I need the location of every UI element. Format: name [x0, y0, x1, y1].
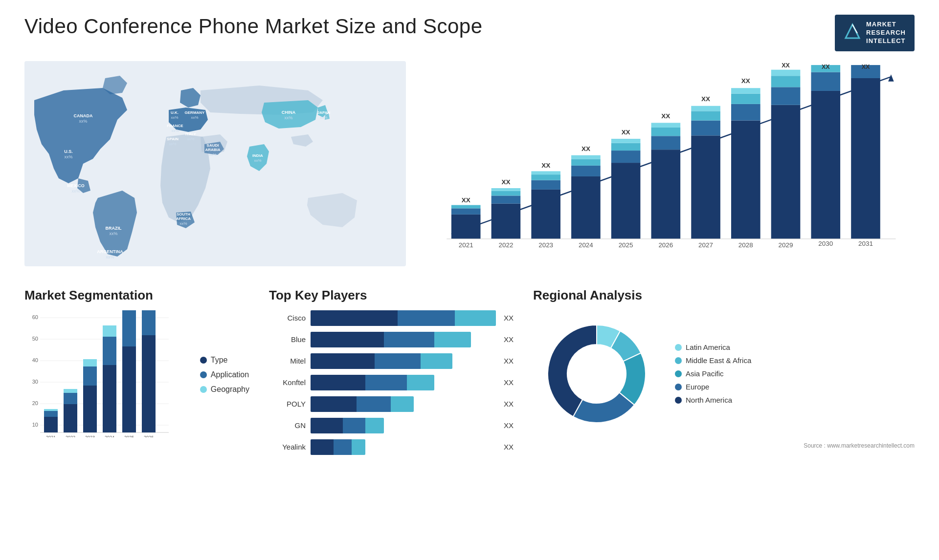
svg-text:2021: 2021 — [46, 435, 56, 437]
map-section: CANADA xx% U.S. xx% MEXICO xx% BRAZIL xx… — [24, 61, 406, 268]
player-bar-container — [311, 375, 496, 390]
legend-label-type: Type — [211, 356, 228, 365]
players-title: Top Key Players — [269, 288, 514, 303]
svg-rect-75 — [691, 106, 720, 111]
legend-item-type: Type — [200, 356, 249, 365]
player-bar-seg3 — [421, 353, 453, 369]
chart-section: XX 2021 XX 2022 XX 2023 — [425, 61, 915, 268]
segmentation-title: Market Segmentation — [24, 288, 249, 303]
svg-rect-60 — [611, 163, 641, 239]
svg-text:2029: 2029 — [779, 241, 793, 249]
svg-text:2024: 2024 — [105, 435, 114, 437]
svg-text:ARGENTINA: ARGENTINA — [97, 249, 123, 254]
player-name: Yealink — [269, 443, 306, 451]
svg-text:40: 40 — [32, 357, 38, 363]
donut-container: Latin America Middle East & Africa Asia … — [533, 310, 915, 437]
player-row: Yealink XX — [269, 439, 514, 455]
svg-text:xx%: xx% — [187, 137, 194, 141]
player-value: XX — [504, 378, 514, 387]
player-row: GN XX — [269, 418, 514, 433]
svg-rect-86 — [771, 76, 801, 87]
player-bar — [311, 375, 434, 390]
player-row: Cisco XX — [269, 310, 514, 326]
svg-rect-54 — [571, 176, 601, 239]
svg-text:AFRICA: AFRICA — [176, 216, 191, 221]
player-bar-seg1 — [311, 375, 365, 390]
seg-chart-svg: 60 50 40 30 20 10 — [24, 310, 171, 437]
svg-rect-44 — [492, 191, 521, 195]
logo-icon — [844, 22, 861, 43]
svg-rect-117 — [64, 404, 77, 432]
svg-rect-43 — [492, 195, 521, 203]
svg-text:FRANCE: FRANCE — [167, 124, 183, 128]
regional-legend-label: North America — [686, 396, 732, 404]
player-bar — [311, 310, 496, 326]
svg-text:SOUTH: SOUTH — [177, 212, 190, 216]
svg-text:JAPAN: JAPAN — [317, 110, 331, 115]
svg-text:XX: XX — [741, 77, 750, 84]
player-name: Blue — [269, 335, 306, 344]
svg-rect-115 — [44, 409, 58, 411]
svg-rect-78 — [731, 120, 760, 238]
regional-legend-dot — [675, 357, 682, 364]
legend-label-application: Application — [211, 370, 249, 379]
player-bar — [311, 418, 384, 433]
player-value: XX — [504, 443, 514, 451]
svg-text:2031: 2031 — [858, 240, 873, 247]
regional-legend-label: Middle East & Africa — [686, 356, 751, 365]
svg-rect-118 — [64, 393, 77, 404]
player-bar-seg1 — [311, 353, 375, 369]
svg-text:U.K.: U.K. — [171, 110, 179, 115]
player-bar-seg3 — [365, 418, 383, 433]
svg-text:2023: 2023 — [85, 435, 95, 437]
player-bar — [311, 396, 414, 412]
svg-rect-66 — [651, 150, 681, 239]
svg-text:SPAIN: SPAIN — [167, 137, 179, 141]
svg-rect-81 — [731, 88, 760, 94]
regional-legend-item: Europe — [675, 383, 751, 391]
player-name: GN — [269, 421, 306, 430]
svg-text:2027: 2027 — [698, 241, 713, 249]
player-bar — [311, 353, 452, 369]
svg-text:xx%: xx% — [171, 115, 178, 120]
svg-rect-74 — [691, 111, 720, 120]
svg-rect-125 — [103, 365, 116, 432]
player-row: Blue XX — [269, 332, 514, 347]
svg-text:XX: XX — [541, 161, 550, 169]
player-value: XX — [504, 314, 514, 322]
player-bar-seg3 — [352, 439, 365, 455]
svg-rect-119 — [64, 389, 77, 393]
svg-text:2022: 2022 — [498, 241, 513, 249]
player-bar-seg1 — [311, 332, 384, 347]
player-bar-seg2 — [398, 310, 455, 326]
logo-text: MARKET RESEARCH INTELLECT — [866, 21, 906, 45]
svg-text:20: 20 — [32, 400, 38, 406]
regional-legend: Latin America Middle East & Africa Asia … — [675, 343, 751, 404]
svg-text:30: 30 — [32, 379, 38, 385]
player-bar-seg2 — [334, 439, 352, 455]
seg-legend: Type Application Geography — [200, 356, 249, 394]
svg-rect-56 — [571, 159, 601, 165]
svg-rect-39 — [451, 205, 481, 208]
player-value: XX — [504, 400, 514, 408]
player-bar — [311, 332, 471, 347]
svg-text:xx%: xx% — [191, 115, 198, 120]
svg-text:XX: XX — [661, 112, 670, 119]
svg-rect-61 — [611, 151, 641, 163]
svg-marker-0 — [846, 24, 859, 38]
player-bar-seg1 — [311, 439, 334, 455]
svg-text:2022: 2022 — [66, 435, 75, 437]
svg-rect-69 — [651, 123, 681, 128]
regional-section: Regional Analysis Latin America Middle E… — [533, 288, 915, 449]
svg-rect-133 — [142, 310, 156, 335]
svg-text:xx%: xx% — [169, 142, 176, 146]
player-bar-container — [311, 439, 496, 455]
svg-text:xx%: xx% — [171, 129, 179, 133]
svg-text:XX: XX — [822, 63, 830, 70]
svg-rect-132 — [142, 335, 156, 432]
svg-rect-113 — [44, 417, 58, 432]
player-bar-container — [311, 396, 496, 412]
svg-text:xx%: xx% — [320, 115, 327, 120]
player-bar-seg1 — [311, 396, 357, 412]
seg-chart: 60 50 40 30 20 10 — [24, 310, 185, 439]
